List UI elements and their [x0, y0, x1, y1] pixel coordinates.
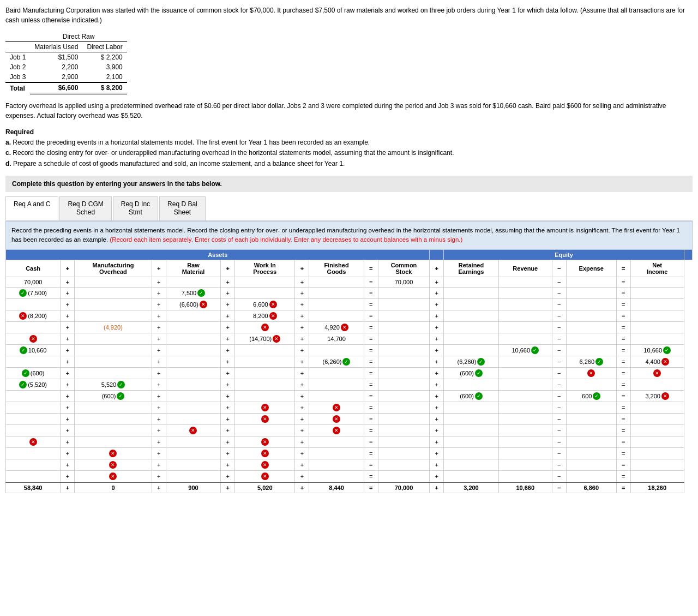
green-icon: ✓	[593, 392, 600, 400]
red-icon[interactable]: ✕	[109, 473, 117, 480]
table-row: + (4,920) + + ✕ + 4,920 ✕ = + − =	[6, 322, 693, 333]
red-icon[interactable]: ✕	[261, 438, 269, 446]
instruction-box: Complete this question by entering your …	[5, 176, 693, 192]
red-icon[interactable]: ✕	[109, 461, 117, 469]
col-cash-header: Cash	[6, 260, 61, 277]
green-icon: ✓	[531, 346, 539, 354]
tabs-container: Req A and C Req D CGMSched Req D IncStmt…	[5, 196, 693, 221]
tab-req-d-inc[interactable]: Req D IncStmt	[113, 196, 158, 220]
total-finished: 8,440	[309, 482, 364, 493]
required-title: Required	[5, 128, 34, 136]
green-icon: ✓	[19, 289, 27, 297]
red-icon[interactable]: ✕	[653, 369, 661, 377]
table-row: 70,000 + + + + = 70,000 + − =	[6, 277, 693, 288]
tab-req-d-cgm[interactable]: Req D CGMSched	[59, 196, 111, 220]
required-section: Required a. Record the preceding events …	[5, 127, 693, 169]
col-net-header: NetIncome	[630, 260, 684, 277]
table-row: + (600) ✓ + + + = + (600) ✓ − 600 ✓ = 3,…	[6, 391, 693, 402]
red-icon[interactable]: ✕	[341, 324, 348, 331]
table-row: + + + + (6,260) ✓ = + (6,260) ✓ − 6,260 …	[6, 356, 693, 368]
total-row: 58,840 + 0 + 900 + 5,020 + 8,440 = 70,00…	[6, 482, 693, 493]
red-icon[interactable]: ✕	[261, 450, 269, 457]
factory-text: Factory overhead is applied using a pred…	[5, 101, 693, 121]
red-icon[interactable]: ✕	[333, 404, 340, 411]
table-row: + + + ✕+ ✕= + − =	[6, 402, 693, 414]
red-icon[interactable]: ✕	[19, 312, 27, 320]
red-icon[interactable]: ✕	[261, 415, 269, 423]
green-icon: ✓	[117, 392, 124, 400]
total-wip: 5,020	[235, 482, 295, 493]
red-icon[interactable]: ✕	[109, 450, 117, 457]
cash-cell: 70,000	[6, 277, 61, 288]
red-icon[interactable]: ✕	[261, 473, 269, 480]
green-icon: ✓	[197, 289, 205, 297]
green-icon: ✓	[19, 381, 27, 388]
red-icon[interactable]: ✕	[661, 358, 669, 366]
table-row: + ✕+ + ✕+ = + − =	[6, 471, 693, 483]
green-icon: ✓	[475, 369, 483, 377]
table-row: ✕+ + + ✕+ = + − =	[6, 436, 693, 448]
main-table-container: Assets Equity Cash + ManufacturingOverhe…	[5, 249, 693, 493]
green-icon: ✓	[475, 392, 483, 400]
col-common-header: CommonStock	[378, 260, 430, 277]
total-retained: 3,200	[444, 482, 498, 493]
red-icon[interactable]: ✕	[587, 369, 595, 377]
table-row: + ✕+ + ✕+ = + − =	[6, 448, 693, 459]
accounting-table: Assets Equity Cash + ManufacturingOverhe…	[5, 249, 693, 493]
assets-header: Assets	[6, 250, 430, 260]
col-revenue-header: Revenue	[498, 260, 552, 277]
table-row: ✕ + + + (14,700) ✕ + 14,700 = + − =	[6, 333, 693, 345]
green-icon: ✓	[22, 369, 29, 377]
red-icon[interactable]: ✕	[189, 427, 197, 434]
table-row: ✕(8,200) + + + 8,200 ✕ + = + − =	[6, 310, 693, 322]
intro-text: Baird Manufacturing Corporation was star…	[5, 5, 693, 25]
red-icon[interactable]: ✕	[200, 301, 207, 308]
table-row: ✓(600) + + + + = + (600) ✓ − ✕ = ✕	[6, 368, 693, 379]
total-raw: 900	[166, 482, 220, 493]
table-row: + + ✕+ + ✕= + − =	[6, 425, 693, 436]
total-net: 18,260	[630, 482, 684, 493]
col-wip-header: Work InProcess	[235, 260, 295, 277]
total-revenue: 10,660	[498, 482, 552, 493]
table-row: + ✕+ + ✕+ = + − =	[6, 459, 693, 471]
total-cash: 58,840	[6, 482, 61, 493]
tab-req-d-bal[interactable]: Req D BalSheet	[159, 196, 206, 220]
col-raw-header: RawMaterial	[166, 260, 220, 277]
red-icon[interactable]: ✕	[261, 461, 269, 469]
red-icon[interactable]: ✕	[333, 427, 340, 434]
green-icon: ✓	[595, 358, 603, 366]
col-expense-header: Expense	[566, 260, 616, 277]
green-icon: ✓	[342, 358, 350, 366]
total-common: 70,000	[378, 482, 430, 493]
red-icon[interactable]: ✕	[273, 335, 280, 343]
green-icon: ✓	[477, 358, 485, 366]
total-mfg: 0	[75, 482, 152, 493]
green-icon: ✓	[20, 346, 27, 354]
col-finished-header: FinishedGoods	[309, 260, 364, 277]
table-row: + + (6,600) ✕ + 6,600 ✕ + = + − =	[6, 299, 693, 310]
col-retained-header: RetainedEarnings	[444, 260, 498, 277]
red-icon[interactable]: ✕	[29, 438, 37, 446]
equity-header: Equity	[444, 250, 684, 260]
red-icon[interactable]: ✕	[261, 324, 269, 331]
table-row: + + + ✕+ ✕= + − =	[6, 414, 693, 425]
green-icon: ✓	[663, 346, 671, 354]
total-expense: 6,860	[566, 482, 616, 493]
green-icon: ✓	[117, 381, 125, 388]
red-icon[interactable]: ✕	[661, 392, 669, 400]
red-icon[interactable]: ✕	[261, 404, 269, 411]
table-row: ✓(7,500) + + 7,500 ✓ + + = + − =	[6, 288, 693, 299]
tab-req-ac[interactable]: Req A and C	[5, 196, 58, 220]
red-icon[interactable]: ✕	[269, 301, 277, 308]
red-icon[interactable]: ✕	[333, 415, 340, 423]
red-icon[interactable]: ✕	[29, 335, 37, 343]
materials-table: Direct Raw Materials Used Direct Labor J…	[5, 32, 127, 94]
red-icon[interactable]: ✕	[269, 312, 277, 320]
table-row: ✓(5,520) + 5,520 ✓ + + + = + − =	[6, 379, 693, 391]
col-mfg-header: ManufacturingOverhead	[75, 260, 152, 277]
tab-description: Record the preceding events in a horizon…	[5, 221, 693, 250]
table-row: ✓10,660 + + + + = + 10,660 ✓ − = 10,660 …	[6, 345, 693, 356]
